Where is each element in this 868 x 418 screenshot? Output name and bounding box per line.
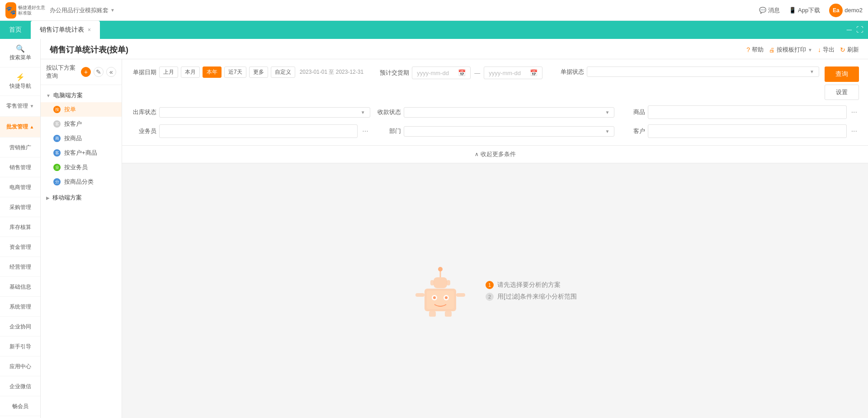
refresh-btn[interactable]: ↻ 刷新 — [840, 46, 859, 54]
left-panel-header: 按以下方案查询 + ✎ « — [41, 59, 122, 85]
collapse-bar[interactable]: ∧ 收起更多条件 — [122, 146, 868, 163]
expected-date-end[interactable]: yyyy-mm-dd 📅 — [484, 66, 542, 79]
expected-date-start[interactable]: yyyy-mm-dd 📅 — [412, 66, 471, 79]
tab-home[interactable]: 首页 — [0, 21, 31, 39]
user-menu[interactable]: Ea demo2 — [829, 4, 863, 17]
receive-status-select[interactable]: ▼ — [404, 107, 615, 118]
sidebar-item-retail[interactable]: 零售管理 ▼ — [0, 96, 40, 117]
query-btn[interactable]: 查询 — [825, 66, 859, 82]
sidebar-item-collab[interactable]: 企业协同 — [0, 317, 40, 337]
sidebar: 🔍 搜索菜单 ⚡ 快捷导航 零售管理 ▼ 批发管理 ▲ 营销推广 销售管理 电商… — [0, 39, 41, 418]
sidebar-search-label: 搜索菜单 — [0, 54, 40, 62]
add-scheme-btn[interactable]: + — [81, 67, 91, 77]
calendar-start-icon[interactable]: 📅 — [458, 69, 466, 76]
sidebar-item-search[interactable]: 🔍 搜索菜单 — [0, 39, 40, 67]
goods-input[interactable] — [648, 105, 846, 119]
sidebar-item-wechat[interactable]: 企业微信 — [0, 376, 40, 396]
tree-group-mobile-header[interactable]: ▶ 移动端方案 — [41, 191, 122, 204]
logo-icon: 🐾 — [5, 2, 16, 19]
collapse-panel-btn[interactable]: « — [106, 67, 116, 77]
tree-item-by-goods[interactable]: 商 按商品 — [41, 131, 122, 146]
sidebar-item-marketing[interactable]: 营销推广 — [0, 138, 40, 157]
sidebar-item-appcenter[interactable]: 应用中心 — [0, 356, 40, 376]
svg-point-5 — [445, 296, 448, 299]
sidebar-basics-label: 基础信息 — [0, 283, 40, 291]
by-cg-icon: 客 — [53, 149, 61, 157]
dept-select[interactable]: ▼ — [404, 126, 615, 137]
current-year-btn[interactable]: 本年 — [203, 66, 222, 78]
recent7-btn[interactable]: 近7天 — [224, 66, 246, 78]
breadcrumb-label: 办公用品行业模拟账套 — [50, 6, 108, 14]
svg-rect-14 — [447, 280, 450, 285]
by-category-icon: 分 — [53, 178, 61, 185]
tree-item-by-customer[interactable]: 客 按客户 — [41, 117, 122, 131]
sidebar-ops-label: 经营管理 — [0, 263, 40, 271]
tip1-num: 1 — [486, 281, 494, 289]
sidebar-item-newbie[interactable]: 新手引导 — [0, 337, 40, 356]
tab-sales-stats[interactable]: 销售订单统计表 × — [31, 21, 100, 39]
last-month-btn[interactable]: 上月 — [159, 66, 178, 78]
sidebar-wholesale-label: 批发管理 — [6, 123, 28, 131]
empty-state: 1 请先选择要分析的方案 2 用[过滤]条件来缩小分析范围 — [122, 163, 868, 418]
sidebar-item-sales[interactable]: 销售管理 — [0, 157, 40, 177]
calendar-end-icon[interactable]: 📅 — [530, 69, 538, 76]
sidebar-item-basics[interactable]: 基础信息 — [0, 277, 40, 297]
sidebar-item-operations[interactable]: 经营管理 — [0, 257, 40, 277]
sidebar-finance-label: 资金管理 — [0, 243, 40, 251]
tree-item-by-salesperson[interactable]: 业 按业务员 — [41, 160, 122, 175]
export-label: 导出 — [823, 46, 835, 54]
tab-close-icon[interactable]: × — [88, 27, 91, 33]
tip1-text: 请先选择要分析的方案 — [497, 281, 561, 289]
sidebar-item-finance[interactable]: 资金管理 — [0, 237, 40, 257]
sidebar-item-wholesale[interactable]: 批发管理 ▲ — [0, 117, 40, 138]
sidebar-item-system[interactable]: 系统管理 — [0, 297, 40, 317]
salesperson-input[interactable] — [159, 124, 358, 138]
message-btn[interactable]: 💬 消息 — [759, 6, 780, 14]
sidebar-item-ecommerce[interactable]: 电商管理 — [0, 177, 40, 197]
svg-rect-8 — [429, 311, 436, 317]
settings-btn[interactable]: 设置 — [825, 85, 859, 100]
breadcrumb: 办公用品行业模拟账套 ▼ — [50, 6, 759, 14]
sidebar-item-purchase[interactable]: 采购管理 — [0, 197, 40, 217]
breadcrumb-select[interactable]: 办公用品行业模拟账套 ▼ — [50, 6, 115, 14]
sidebar-marketing-label: 营销推广 — [0, 144, 40, 152]
sidebar-item-inventory[interactable]: 库存核算 — [0, 217, 40, 237]
customer-dots[interactable]: ··· — [849, 127, 859, 135]
tree-item-by-order[interactable]: 按 按单 — [41, 102, 122, 117]
tree-item-by-category[interactable]: 分 按商品分类 — [41, 175, 122, 189]
expand-icon[interactable]: ⛶ — [856, 26, 863, 34]
svg-rect-10 — [434, 277, 447, 288]
out-status-select[interactable]: ▼ — [159, 107, 370, 118]
date-range-text: 2023-01-01 至 2023-12-31 — [300, 68, 363, 76]
export-btn[interactable]: ↓ 导出 — [818, 46, 835, 54]
sidebar-item-member[interactable]: 畅会员 — [0, 396, 40, 416]
help-btn[interactable]: ? 帮助 — [746, 46, 764, 54]
status-select[interactable]: ▼ — [587, 66, 819, 77]
dept-label: 部门 — [376, 127, 401, 135]
sidebar-retail-label: 零售管理 — [6, 102, 28, 110]
custom-date-btn[interactable]: 自定义 — [271, 66, 295, 78]
tree-group-pc-header[interactable]: ▼ 电脑端方案 — [41, 89, 122, 102]
customer-input[interactable] — [648, 124, 846, 138]
minimize-icon[interactable]: ─ — [847, 26, 852, 34]
breadcrumb-arrow-icon: ▼ — [110, 8, 115, 13]
by-cg-label: 按客户+商品 — [64, 149, 97, 157]
more-date-btn[interactable]: 更多 — [249, 66, 268, 78]
print-btn[interactable]: 🖨 按模板打印 ▼ — [769, 46, 812, 54]
this-month-btn[interactable]: 本月 — [181, 66, 200, 78]
empty-illustration — [413, 264, 467, 318]
right-content: 单据日期 上月 本月 本年 近7天 更多 自定义 2023-01-01 至 20… — [122, 59, 868, 418]
sidebar-item-quicknav[interactable]: ⚡ 快捷导航 — [0, 67, 40, 96]
app-download-btn[interactable]: 📱 App下载 — [789, 6, 820, 14]
sidebar-ecommerce-label: 电商管理 — [0, 184, 40, 191]
print-icon: 🖨 — [769, 47, 775, 53]
sidebar-inventory-label: 库存核算 — [0, 223, 40, 231]
svg-rect-6 — [415, 293, 425, 297]
sidebar-system-label: 系统管理 — [0, 303, 40, 311]
sidebar-wholesale-arrow: ▲ — [30, 124, 34, 129]
edit-scheme-btn[interactable]: ✎ — [94, 67, 104, 77]
salesperson-dots[interactable]: ··· — [360, 127, 370, 135]
goods-dots[interactable]: ··· — [849, 108, 859, 116]
tree-item-by-customer-goods[interactable]: 客 按客户+商品 — [41, 146, 122, 160]
message-label: 消息 — [768, 6, 780, 14]
